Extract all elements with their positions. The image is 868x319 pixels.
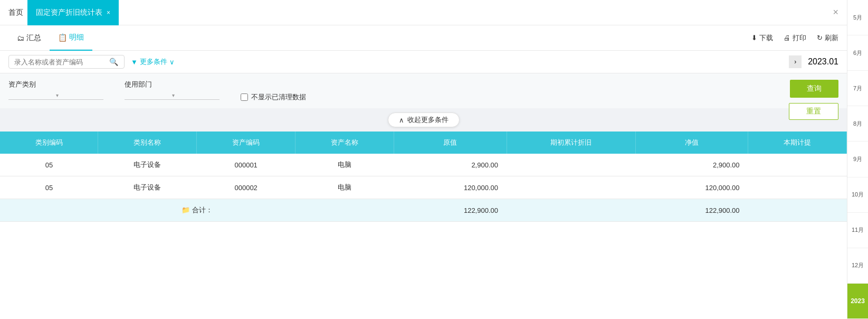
- cell-asset-name: 电脑: [295, 176, 394, 199]
- window-close-btn[interactable]: ×: [833, 7, 838, 18]
- month-item[interactable]: 6月: [847, 35, 868, 71]
- collapse-icon: ∧: [399, 116, 404, 124]
- collapse-bar: ∧ 收起更多条件: [0, 108, 847, 132]
- hide-cleared-label: 不显示已清理数据: [251, 92, 306, 102]
- asset-category-label: 资产类别: [8, 80, 103, 89]
- month-item[interactable]: 8月: [847, 106, 868, 142]
- asset-category-select[interactable]: ▾: [8, 91, 103, 100]
- data-table: 类别编码 类别名称 资产编码 资产名称 原值 期初累计折旧 净值 本期计提 05…: [0, 132, 847, 222]
- tab-summary[interactable]: 🗂 汇总: [8, 25, 50, 51]
- col-category-name: 类别名称: [98, 132, 197, 154]
- collapse-btn[interactable]: ∧ 收起更多条件: [388, 112, 460, 127]
- total-label-cell: 📁 合计：: [0, 199, 394, 222]
- tab-close-btn[interactable]: ×: [107, 9, 110, 16]
- sub-tab-bar: 🗂 汇总 📋 明细 ⬇ 下载 🖨 打印 ↻ 刷新: [0, 25, 847, 51]
- col-asset-name: 资产名称: [295, 132, 394, 154]
- more-conditions-btn[interactable]: ▼ 更多条件 ∨: [131, 57, 175, 67]
- print-btn[interactable]: 🖨 打印: [784, 33, 806, 43]
- total-row: 📁 合计： 122,900.00 122,900.00: [0, 199, 847, 222]
- refresh-btn[interactable]: ↻ 刷新: [817, 33, 838, 43]
- cell-net-value: 120,000.00: [635, 176, 748, 199]
- department-arrow: ▾: [172, 92, 220, 98]
- cell-category-code: 05: [0, 176, 98, 199]
- top-nav: 首页 固定资产折旧统计表 × ×: [0, 0, 847, 25]
- month-item[interactable]: 10月: [847, 177, 868, 213]
- cell-asset-code: 000001: [197, 154, 295, 176]
- main-tab[interactable]: 固定资产折旧统计表 ×: [27, 0, 119, 25]
- department-select[interactable]: ▾: [125, 91, 220, 100]
- search-input[interactable]: [14, 58, 109, 66]
- home-tab[interactable]: 首页: [8, 8, 23, 17]
- download-label: 下载: [759, 33, 773, 43]
- collapse-label: 收起更多条件: [407, 115, 449, 125]
- refresh-icon: ↻: [817, 34, 823, 42]
- cell-asset-code: 000002: [197, 176, 295, 199]
- cell-category-code: 05: [0, 154, 98, 176]
- print-label: 打印: [793, 33, 806, 43]
- search-icon[interactable]: 🔍: [109, 58, 118, 66]
- filter-icon: ▼: [131, 58, 138, 66]
- cell-accumulated-depreciation: [507, 176, 635, 199]
- cell-accumulated-depreciation: [507, 154, 635, 176]
- total-accumulated-depreciation: [507, 199, 635, 222]
- year-label[interactable]: 2023: [847, 284, 868, 319]
- download-btn[interactable]: ⬇ 下载: [751, 33, 773, 43]
- print-icon: 🖨: [784, 34, 790, 42]
- action-buttons: ⬇ 下载 🖨 打印 ↻ 刷新: [751, 33, 838, 43]
- cell-net-value: 2,900.00: [635, 154, 748, 176]
- cell-current-depreciation: [748, 176, 847, 199]
- search-bar: 🔍 ▼ 更多条件 ∨ › 2023.01: [0, 51, 847, 73]
- asset-category-filter: 资产类别 ▾: [8, 80, 103, 100]
- month-item[interactable]: 5月: [847, 0, 868, 35]
- col-net-value: 净值: [635, 132, 748, 154]
- search-input-wrap: 🔍: [8, 55, 125, 69]
- filter-row: 资产类别 ▾ 使用部门 ▾ 不显示已清理数据 查询 重置: [0, 73, 847, 108]
- cell-asset-name: 电脑: [295, 154, 394, 176]
- cell-current-depreciation: [748, 154, 847, 176]
- total-current-depreciation: [748, 199, 847, 222]
- detail-icon: 📋: [58, 33, 67, 42]
- refresh-label: 刷新: [825, 33, 838, 43]
- reset-button[interactable]: 重置: [789, 103, 838, 120]
- col-accumulated-depreciation: 期初累计折旧: [507, 132, 635, 154]
- table-container: 类别编码 类别名称 资产编码 资产名称 原值 期初累计折旧 净值 本期计提 05…: [0, 132, 847, 319]
- month-item[interactable]: 12月: [847, 248, 868, 284]
- table-row[interactable]: 05 电子设备 000001 电脑 2,900.00 2,900.00: [0, 154, 847, 176]
- tab-title: 固定资产折旧统计表: [36, 8, 102, 17]
- cell-category-name: 电子设备: [98, 154, 197, 176]
- cell-category-name: 电子设备: [98, 176, 197, 199]
- col-category-code: 类别编码: [0, 132, 98, 154]
- department-label: 使用部门: [125, 80, 220, 89]
- hide-cleared-checkbox-wrap: 不显示已清理数据: [241, 92, 306, 102]
- chevron-down-icon: ∨: [169, 58, 175, 66]
- tab-summary-label: 汇总: [26, 33, 41, 43]
- cell-original-value: 2,900.00: [394, 154, 507, 176]
- right-sidebar: 5月6月7月8月9月10月11月12月2023: [847, 0, 868, 319]
- total-net-value: 122,900.00: [635, 199, 748, 222]
- col-current-depreciation: 本期计提: [748, 132, 847, 154]
- col-original-value: 原值: [394, 132, 507, 154]
- date-arrow-btn[interactable]: ›: [789, 55, 802, 68]
- total-icon: 📁: [182, 206, 190, 214]
- hide-cleared-checkbox[interactable]: [241, 93, 248, 101]
- more-conditions-label: 更多条件: [140, 57, 167, 67]
- date-display: 2023.01: [808, 57, 838, 67]
- table-row[interactable]: 05 电子设备 000002 电脑 120,000.00 120,000.00: [0, 176, 847, 199]
- download-icon: ⬇: [751, 34, 757, 42]
- department-filter: 使用部门 ▾: [125, 80, 220, 100]
- table-header-row: 类别编码 类别名称 资产编码 资产名称 原值 期初累计折旧 净值 本期计提: [0, 132, 847, 154]
- total-original-value: 122,900.00: [394, 199, 507, 222]
- col-asset-code: 资产编码: [197, 132, 295, 154]
- tab-detail-label: 明细: [69, 33, 84, 42]
- month-item[interactable]: 9月: [847, 142, 868, 177]
- query-button[interactable]: 查询: [790, 80, 838, 98]
- tab-detail[interactable]: 📋 明细: [50, 25, 92, 51]
- month-item[interactable]: 11月: [847, 213, 868, 248]
- asset-category-arrow: ▾: [56, 92, 103, 98]
- cell-original-value: 120,000.00: [394, 176, 507, 199]
- summary-icon: 🗂: [17, 34, 24, 42]
- month-item[interactable]: 7月: [847, 71, 868, 106]
